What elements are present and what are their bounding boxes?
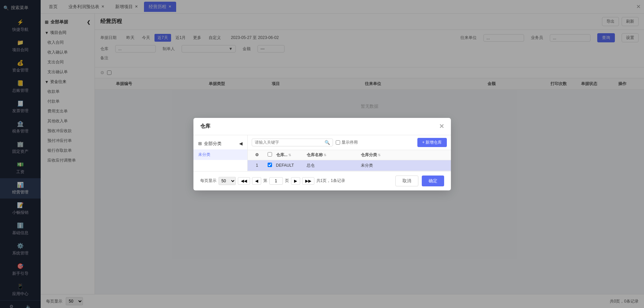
modal-table-header: ⚙ 仓库... ⇅ 仓库名称: [248, 150, 451, 160]
show-disabled-checkbox[interactable]: [336, 140, 340, 145]
modal-pagination: 每页显示 50 100 ◀◀ ◀ 第 页 ▶ ▶▶ 共1页，1条记录: [200, 177, 345, 185]
col-settings-header[interactable]: ⚙: [250, 152, 264, 157]
select-all-checkbox[interactable]: [268, 152, 272, 157]
settings-icon: ⚙: [255, 152, 259, 157]
modal-search-icon: 🔍: [325, 140, 330, 145]
page-label: 第: [263, 178, 267, 184]
modal-toolbar: 🔍 显示停用 + 新增仓库: [248, 135, 451, 150]
modal-collapse-icon[interactable]: ◀: [239, 141, 243, 146]
modal-header: 仓库 ✕: [193, 118, 451, 135]
table-row[interactable]: 1 DEFAULT 总仓 未分类: [248, 160, 451, 171]
sort-arrow: ⇅: [324, 153, 326, 157]
per-page-label: 每页显示: [200, 178, 216, 184]
page-number-input[interactable]: [269, 177, 283, 185]
cancel-button[interactable]: 取消: [395, 176, 418, 186]
next-page-button[interactable]: ▶: [291, 177, 300, 185]
col-checkbox-header: [264, 152, 276, 158]
col-name-sort[interactable]: 仓库名称 ⇅: [307, 152, 326, 158]
sort-arrow: ⇅: [288, 153, 291, 157]
modal-footer: 每页显示 50 100 ◀◀ ◀ 第 页 ▶ ▶▶ 共1页，1条记录 取消 确定: [193, 171, 451, 190]
col-category-sort[interactable]: 仓库分类 ⇅: [361, 152, 380, 158]
warehouse-modal: 仓库 ✕ ⊞ 全部分类 ◀ 未分类: [193, 118, 451, 190]
modal-close-button[interactable]: ✕: [439, 123, 444, 130]
row-category: 未分类: [361, 163, 448, 168]
show-disabled-text: 显示停用: [341, 140, 358, 145]
sort-arrow: ⇅: [378, 153, 380, 157]
modal-left-item-label: 未分类: [198, 152, 210, 157]
row-code: DEFAULT: [276, 163, 307, 168]
modal-right-panel: 🔍 显示停用 + 新增仓库 ⚙: [248, 135, 451, 171]
col-code-sort[interactable]: 仓库... ⇅: [276, 152, 291, 158]
first-page-button[interactable]: ◀◀: [238, 177, 250, 185]
modal-body: ⊞ 全部分类 ◀ 未分类 🔍 显示停用: [193, 135, 451, 171]
row-name: 总仓: [307, 163, 361, 168]
col-code-header[interactable]: 仓库... ⇅: [276, 152, 307, 158]
modal-search-wrap[interactable]: 🔍: [252, 139, 333, 146]
page-suffix: 页: [285, 178, 289, 184]
modal-overlay[interactable]: 仓库 ✕ ⊞ 全部分类 ◀ 未分类: [0, 0, 644, 308]
add-warehouse-button[interactable]: + 新增仓库: [417, 138, 446, 147]
modal-table: ⚙ 仓库... ⇅ 仓库名称: [248, 150, 451, 171]
total-label: 共1页，1条记录: [316, 178, 345, 184]
col-category-header[interactable]: 仓库分类 ⇅: [361, 152, 448, 158]
modal-title: 仓库: [200, 123, 210, 129]
modal-left-item-unclassified[interactable]: 未分类: [193, 149, 247, 160]
show-disabled-label[interactable]: 显示停用: [336, 140, 358, 145]
grid-icon: ⊞: [198, 141, 202, 146]
modal-left-panel: ⊞ 全部分类 ◀ 未分类: [193, 135, 248, 171]
last-page-button[interactable]: ▶▶: [302, 177, 314, 185]
row-checkbox[interactable]: [264, 163, 276, 168]
modal-search-input[interactable]: [255, 140, 325, 145]
modal-actions: 取消 确定: [395, 176, 444, 186]
prev-page-button[interactable]: ◀: [252, 177, 261, 185]
col-name-header[interactable]: 仓库名称 ⇅: [307, 152, 361, 158]
row-index: 1: [250, 163, 264, 168]
row-select-checkbox[interactable]: [268, 163, 272, 167]
modal-all-label: 全部分类: [204, 141, 222, 147]
modal-left-header[interactable]: ⊞ 全部分类 ◀: [193, 138, 247, 149]
modal-per-page-select[interactable]: 50 100: [219, 177, 236, 185]
confirm-button[interactable]: 确定: [422, 176, 444, 186]
